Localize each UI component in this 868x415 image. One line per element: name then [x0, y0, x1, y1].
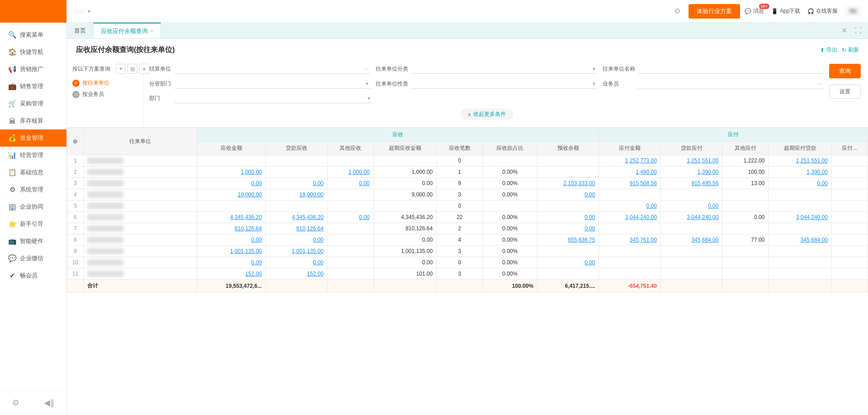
sidebar-item-marketing[interactable]: 📢营销推广 — [0, 61, 66, 78]
topbar-settings-icon[interactable]: ⚙ — [670, 5, 684, 17]
export-button[interactable]: ⬆ 导出 — [820, 46, 837, 54]
table-scroll-wrapper[interactable]: ⚙ 往来单位 应收 应付 应收金额 贷款应收 其他应收 超期应收金额 应收笔数 — [67, 128, 868, 292]
filter-field-salesperson: 业务员 ··· — [603, 79, 824, 89]
row-prepaid-balance — [537, 246, 599, 257]
scheme-by-partner[interactable]: P 按往来单位 — [67, 77, 143, 89]
sidebar-item-quicknav[interactable]: 🏠快捷导航 — [0, 43, 66, 61]
page-header: 应收应付余额查询(按往来单位) ⬆ 导出 ↻ 刷新 — [67, 39, 868, 59]
collapse-sidebar-icon[interactable]: ◀‖ — [41, 395, 57, 410]
settings-footer-icon[interactable]: ⚙ — [9, 395, 22, 410]
search-icon: 🔍 — [8, 31, 16, 39]
filter-fields-area: 结算单位 ··· 往来单位分类 ▾ — [144, 59, 829, 127]
message-button[interactable]: 💬 消息 99+ — [745, 7, 764, 15]
scheme-partner-icon: P — [72, 80, 80, 87]
settlement-dots[interactable]: ··· — [363, 65, 369, 72]
settlement-input[interactable]: ··· — [175, 64, 370, 74]
sidebar-item-system[interactable]: ⚙系统管理 — [0, 181, 66, 198]
row-partner — [84, 234, 197, 246]
row-payable-col5 — [831, 268, 868, 280]
app-download-button[interactable]: 📱 App下载 — [771, 7, 800, 15]
row-receivable-amount: 810,126.64 — [197, 223, 265, 234]
row-overdue-receivable: 1,000.00 — [373, 167, 437, 178]
circle-scheme-button[interactable]: ◎ — [127, 64, 137, 74]
row-loan-payable: 0.00 — [660, 200, 722, 212]
row-loan-payable: 1,390.00 — [660, 167, 722, 178]
tab-bar-close-icon[interactable]: ✕ — [840, 26, 849, 35]
sidebar-item-hardware[interactable]: 📺智能硬件 — [0, 233, 66, 250]
sidebar-item-wechat[interactable]: 💬企业微信 — [0, 250, 66, 267]
row-overdue-receivable — [373, 155, 437, 167]
settings-button[interactable]: 设置 — [829, 85, 861, 99]
row-other-payable — [722, 268, 769, 280]
query-button[interactable]: 查询 — [829, 64, 861, 78]
row-loan-payable: 915,495.56 — [660, 178, 722, 189]
row-prepaid-balance — [537, 200, 599, 212]
row-num: 9 — [67, 246, 84, 257]
row-partner — [84, 268, 197, 280]
partner-nature-select[interactable]: ▾ — [411, 79, 597, 89]
support-button[interactable]: 🎧 在线客服 — [807, 7, 838, 15]
add-scheme-button[interactable]: + — [116, 64, 126, 74]
row-receivable-amount: 0.00 — [197, 234, 265, 246]
row-receivable-ratio: 0.00% — [483, 212, 538, 223]
row-loan-payable — [660, 257, 722, 268]
refresh-button[interactable]: ↻ 刷新 — [842, 46, 859, 54]
row-receivable-amount: 152.00 — [197, 268, 265, 280]
sidebar-item-inventory[interactable]: 🏛库存核算 — [0, 112, 66, 129]
row-overdue-payable: 0.00 — [769, 178, 832, 189]
total-receivable-amount[interactable]: 19,553,472,6... — [197, 280, 265, 292]
tab-receivable-query[interactable]: 应收应付余额查询 × — [94, 23, 161, 38]
tab-bar-expand-icon[interactable]: ⛶ — [853, 27, 863, 35]
collapse-button[interactable]: ∧ 收起更多条件 — [460, 109, 513, 120]
sidebar-item-basicinfo[interactable]: 📋基础信息 — [0, 164, 66, 181]
sidebar-item-purchase[interactable]: 🛒采购管理 — [0, 95, 66, 112]
row-loan-payable — [660, 268, 722, 280]
partner-name-input[interactable] — [638, 64, 824, 74]
row-loan-receivable: 1,001,135.00 — [266, 246, 328, 257]
row-payable-amount — [599, 257, 661, 268]
th-payable-amount: 应付金额 — [599, 142, 661, 155]
table-row: 4 18,000.00 18,000.00 9,000.00 3 0.00% 0… — [67, 189, 868, 200]
row-receivable-amount: 0.00 — [197, 178, 265, 189]
scheme-by-salesperson[interactable]: ◷ 按业务员 — [67, 89, 143, 100]
row-partner — [84, 212, 197, 223]
system-icon: ⚙ — [8, 186, 16, 194]
table-settings-icon[interactable]: ⚙ — [73, 138, 78, 145]
department-select[interactable]: ▾ — [175, 79, 370, 89]
row-receivable-ratio — [483, 200, 538, 212]
row-other-payable: 100.00 — [722, 167, 769, 178]
row-prepaid-balance: 655,636.75 — [537, 234, 599, 246]
topbar-right: 💬 消息 99+ 📱 App下载 🎧 在线客服 Rit — [745, 6, 861, 16]
sidebar-footer: ⚙ ◀‖ — [0, 390, 66, 415]
finance-icon: 💰 — [8, 134, 16, 142]
partner-category-select[interactable]: ▾ — [411, 64, 597, 74]
sidebar-item-member[interactable]: ✔畅会员 — [0, 267, 66, 284]
row-other-receivable: 0.00 — [327, 212, 373, 223]
table-row: 9 1,001,135.00 1,001,135.00 1,001,135.00… — [67, 246, 868, 257]
sidebar-item-finance[interactable]: 💰资金管理 — [0, 129, 66, 147]
table-row: 5 0 0.00 0.00 — [67, 200, 868, 212]
row-prepaid-balance: 2,153,333.00 — [537, 178, 599, 189]
sidebar-item-sales[interactable]: 💼销售管理 — [0, 78, 66, 95]
sidebar-item-operations[interactable]: 📊经营管理 — [0, 147, 66, 164]
row-payable-col5 — [831, 223, 868, 234]
filter-action-buttons: 查询 设置 — [829, 59, 868, 127]
total-prepaid-balance[interactable]: 6,417,215.... — [537, 280, 599, 292]
dept-select[interactable]: ▾ — [175, 94, 372, 103]
industry-solution-button[interactable]: 体验行业方案 — [689, 4, 740, 19]
sidebar-item-search[interactable]: 🔍搜索菜单 — [0, 26, 66, 43]
salesperson-dots[interactable]: ··· — [816, 80, 822, 87]
tab-close-icon[interactable]: × — [151, 29, 153, 33]
sidebar-item-enterprise[interactable]: 🏢企业协同 — [0, 198, 66, 215]
user-name[interactable]: Rit — [845, 6, 861, 16]
row-payable-amount: 345,761.00 — [599, 234, 661, 246]
row-loan-receivable — [266, 167, 328, 178]
row-other-receivable: 0.00 — [327, 178, 373, 189]
row-loan-receivable: 0.00 — [266, 178, 328, 189]
row-other-receivable — [327, 257, 373, 268]
row-overdue-receivable: 9,000.00 — [373, 189, 437, 200]
salesperson-input[interactable]: ··· — [637, 79, 824, 89]
total-loan-payable — [660, 280, 722, 292]
row-loan-receivable: 0.00 — [266, 257, 328, 268]
department-label: 分管部门 — [149, 80, 172, 88]
